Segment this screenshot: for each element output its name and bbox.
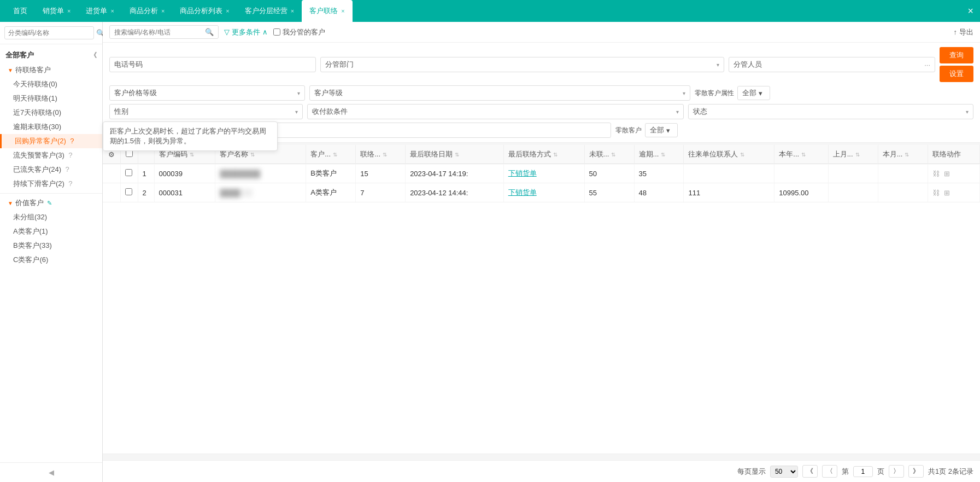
page-size-select[interactable]: 50 100 200 [770, 466, 798, 478]
lost-warning-help-icon[interactable]: ? [68, 151, 72, 159]
prev-page-btn[interactable]: 〈 [822, 465, 837, 478]
nav-customer-contact[interactable]: 客户联络 × [302, 0, 352, 22]
sidebar-item-c-class[interactable]: C类客户(6) [0, 253, 102, 267]
nav-close-tier[interactable]: × [291, 8, 294, 14]
manager-field[interactable]: 分管人员 ··· [729, 57, 935, 72]
sidebar-item-a-class[interactable]: A类客户(1) [0, 224, 102, 239]
sidebar-bottom: ◀ [0, 462, 102, 482]
continuous-down-help-icon[interactable]: ? [68, 179, 72, 188]
td-name-2[interactable]: ████ [215, 183, 306, 202]
table-row: 2 000031 ████ A类客户 7 2023-04-12 14:44: 下… [103, 183, 980, 202]
query-button[interactable]: 查询 [940, 47, 973, 63]
nav-home[interactable]: 首页 [5, 0, 35, 22]
th-last-method[interactable]: 最后联络方式⇅ [503, 145, 584, 164]
setting-button[interactable]: 设置 [940, 66, 973, 82]
window-close-button[interactable]: × [967, 5, 973, 17]
th-uncontacted[interactable]: 未联...⇅ [584, 145, 634, 164]
td-name-1[interactable]: ████████ [215, 164, 306, 183]
nav-purchase-order[interactable]: 进货单 × [78, 0, 121, 22]
sidebar-collapse-icon[interactable]: 《 [90, 51, 97, 60]
sidebar-scroll-left[interactable]: ◀ [0, 466, 102, 479]
retail-customer-select[interactable]: 全部 ▾ [645, 123, 678, 137]
th-this-month[interactable]: 本月...⇅ [878, 145, 928, 164]
th-unit-contacts[interactable]: 往来单位联系人⇅ [684, 145, 774, 164]
sidebar-item-ungroup[interactable]: 未分组(32) [0, 210, 102, 224]
sidebar-item-repurchase-anomaly[interactable]: 回购异常客户(2) ? [0, 134, 102, 148]
dept-arrow-icon: ▾ [717, 62, 719, 68]
last-page-btn[interactable]: 》 [908, 465, 924, 478]
export-button[interactable]: ↑ 导出 [954, 27, 974, 37]
row2-qr-icon[interactable]: ⊞ [944, 189, 950, 197]
row1-qr-icon[interactable]: ⊞ [944, 170, 950, 178]
row2-checkbox[interactable] [125, 188, 132, 195]
td-check-2[interactable] [120, 183, 138, 202]
td-code-1[interactable]: 000039 [154, 164, 215, 183]
sidebar-item-b-class[interactable]: B类客户(33) [0, 239, 102, 253]
sidebar-item-tomorrow-pending[interactable]: 明天待联络(1) [0, 91, 102, 106]
row1-link-icon[interactable]: ⛓ [932, 170, 940, 178]
nav-customer-tier[interactable]: 客户分层经营 × [237, 0, 302, 22]
main-search-icon[interactable]: 🔍 [205, 28, 214, 36]
td-tmonth-1 [878, 164, 928, 183]
dept-field[interactable]: 分管部门 ▾ [320, 57, 724, 72]
more-conditions-btn[interactable]: ▽ 更多条件 ∧ [224, 27, 268, 37]
td-contact-1: 15 [356, 164, 406, 183]
sidebar-item-today-pending[interactable]: 今天待联络(0) [0, 77, 102, 91]
page-number-input[interactable] [853, 466, 873, 477]
gender-field[interactable]: 性别 ▾ [109, 104, 303, 119]
row2-link-icon[interactable]: ⛓ [932, 189, 940, 197]
my-customer-checkbox[interactable] [273, 28, 280, 36]
retail-attr-area: 零散客户属性 全部 ▾ [695, 86, 973, 100]
th-last-date[interactable]: 最后联络日期⇅ [406, 145, 504, 164]
sidebar-item-continuous-down[interactable]: 持续下滑客户(2) ? [0, 177, 102, 191]
sidebar-item-already-lost[interactable]: 已流失客户(24) ? [0, 162, 102, 177]
th-overdue[interactable]: 逾期...⇅ [634, 145, 684, 164]
payment-field[interactable]: 收付款条件 ▾ [307, 104, 684, 119]
first-page-btn[interactable]: 《 [802, 465, 818, 478]
sidebar-item-7days-pending[interactable]: 近7天待联络(0) [0, 106, 102, 120]
customer-grade-field[interactable]: 客户等级 ▾ [309, 85, 691, 101]
main-search-input[interactable] [114, 28, 205, 36]
already-lost-help-icon[interactable]: ? [65, 165, 69, 173]
th-last-month[interactable]: 上月...⇅ [828, 145, 878, 164]
value-customer-section[interactable]: ▼ 价值客户 ✎ [0, 196, 102, 210]
row1-checkbox[interactable] [125, 169, 132, 176]
nav-close-contact[interactable]: × [341, 8, 344, 14]
sidebar-search-area: 🔍 [0, 22, 102, 44]
status-field[interactable]: 状态 ▾ [688, 104, 973, 119]
nav-close-purchase[interactable]: × [110, 8, 114, 14]
td-code-2[interactable]: 000031 [154, 183, 215, 202]
manager-dots-icon: ··· [924, 61, 930, 69]
nav-product-analysis-list[interactable]: 商品分析列表 × [172, 0, 237, 22]
pending-section-title[interactable]: ▼ 待联络客户 [0, 63, 102, 77]
sidebar-search-input[interactable] [4, 26, 94, 39]
horizontal-scrollbar[interactable] [103, 454, 980, 460]
nav-product-analysis[interactable]: 商品分析 × [122, 0, 172, 22]
next-page-btn[interactable]: 〉 [889, 465, 904, 478]
retail-attr-select[interactable]: 全部 ▾ [737, 86, 770, 100]
td-method-1[interactable]: 下销货单 [503, 164, 584, 183]
th-contact[interactable]: 联络...⇅ [356, 145, 406, 164]
payment-arrow-icon: ▾ [676, 109, 679, 115]
filter-icon: ▽ [224, 28, 230, 36]
nav-close-analysis[interactable]: × [161, 8, 165, 14]
nav-close-analysis-list[interactable]: × [226, 8, 229, 14]
sidebar-content: 全部客户 《 ▼ 待联络客户 今天待联络(0) 明天待联络(1) 近7天待联络(… [0, 44, 102, 462]
all-customers-header[interactable]: 全部客户 《 [0, 48, 102, 63]
nav-sales-order[interactable]: 销货单 × [35, 0, 78, 22]
repurchase-help-icon[interactable]: ? [70, 137, 74, 145]
td-method-2[interactable]: 下销货单 [503, 183, 584, 202]
sidebar-item-overdue-pending[interactable]: 逾期未联络(30) [0, 120, 102, 134]
th-customer-type[interactable]: 客户...⇅ [306, 145, 356, 164]
price-grade-field[interactable]: 客户价格等级 ▾ [109, 85, 305, 101]
nav-close-sales[interactable]: × [67, 8, 71, 14]
td-check-1[interactable] [120, 164, 138, 183]
sidebar-item-lost-warning[interactable]: 流失预警客户(3) ? [0, 148, 102, 162]
td-year-2: 10995.00 [774, 183, 828, 202]
phone-field[interactable]: 电话号码 [109, 57, 316, 72]
th-this-year[interactable]: 本年...⇅ [774, 145, 828, 164]
td-lmonth-2 [828, 183, 878, 202]
customer-table: ⚙ 客户编码⇅ 客户名称⇅ 客户...⇅ 联络...⇅ [103, 145, 980, 202]
td-date-2: 2023-04-12 14:44: [406, 183, 504, 202]
value-edit-icon[interactable]: ✎ [47, 200, 52, 207]
